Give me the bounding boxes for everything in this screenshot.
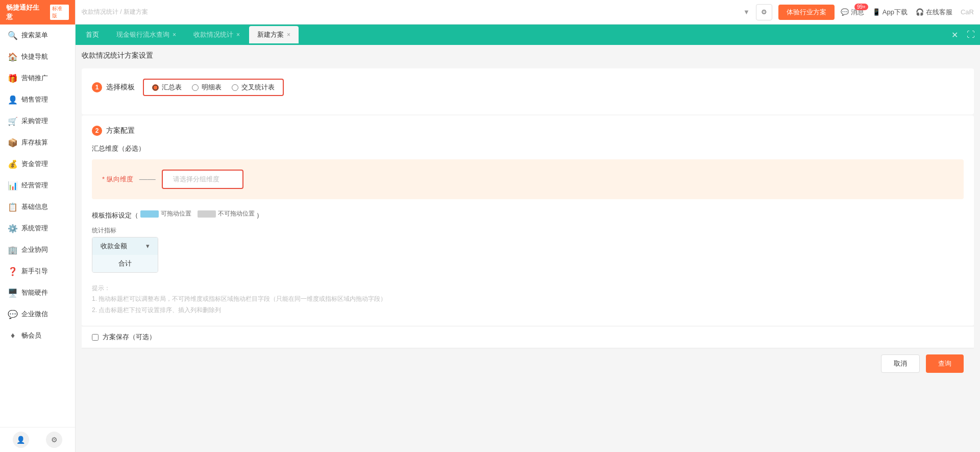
sidebar-item-search-menu[interactable]: 🔍 搜索菜单: [0, 25, 75, 46]
metrics-label-row: 模板指标设定（ 可拖动位置 不可拖动位置 ）: [92, 209, 964, 220]
sidebar-item-quick-nav[interactable]: 🏠 快捷导航: [0, 46, 75, 67]
metrics-column-header[interactable]: 收款金额 ▾: [92, 237, 158, 255]
metrics-table-container: 统计指标 收款金额 ▾ 合计: [92, 226, 964, 273]
basic-info-icon: 📋: [8, 202, 17, 211]
topbar-dropdown[interactable]: ▼: [743, 8, 750, 16]
dimension-arrow: ——: [139, 175, 156, 184]
tips-title: 提示：: [92, 284, 110, 292]
tab-home[interactable]: 首页: [78, 26, 107, 43]
radio-detail-label: 明细表: [202, 83, 222, 92]
tab-new-plan-close[interactable]: ×: [287, 31, 290, 38]
topbar-gear[interactable]: ⚙: [756, 4, 772, 20]
inventory-icon: 📦: [8, 138, 17, 147]
sidebar-item-member[interactable]: ♦ 畅会员: [0, 325, 75, 346]
sidebar-item-label: 采购管理: [21, 116, 48, 126]
topbar-breadcrumb: 收款情况统计 / 新建方案: [82, 8, 737, 16]
sidebar-item-label: 企业微信: [21, 310, 48, 319]
sidebar-item-label: 企业协同: [21, 245, 48, 254]
sidebar-item-guide[interactable]: ❓ 新手引导: [0, 260, 75, 282]
tip2: 2. 点击标题栏下拉可设置排序、插入列和删除列: [92, 306, 221, 314]
sidebar-item-hardware[interactable]: 🖥️ 智能硬件: [0, 282, 75, 303]
finance-icon: 💰: [8, 159, 17, 169]
metrics-label: 模板指标设定（ 可拖动位置 不可拖动位置 ）: [92, 209, 263, 220]
save-section: 方案保存（可选）: [82, 326, 974, 348]
step1-card: 1 选择模板 汇总表 明细表 交叉统计表: [82, 68, 974, 114]
service-label: 在线客服: [926, 8, 952, 17]
operation-icon: 📊: [8, 181, 17, 190]
sidebar-item-wechat[interactable]: 💬 企业微信: [0, 303, 75, 325]
tabbar: 首页 现金银行流水查询 × 收款情况统计 × 新建方案 × ✕ ⛶: [76, 25, 980, 45]
tab-receipt-stats-close[interactable]: ×: [236, 31, 240, 38]
download-icon: 📱: [872, 8, 880, 16]
metrics-section: 模板指标设定（ 可拖动位置 不可拖动位置 ） 统计指标: [92, 209, 964, 316]
tab-new-plan[interactable]: 新建方案 ×: [249, 26, 299, 43]
sidebar-item-finance[interactable]: 💰 资金管理: [0, 153, 75, 175]
radio-cross[interactable]: 交叉统计表: [232, 83, 275, 92]
stats-label: 统计指标: [92, 226, 158, 235]
marketing-icon: 🎁: [8, 74, 17, 83]
radio-detail[interactable]: 明细表: [192, 83, 222, 92]
draggable-hint-box: [140, 210, 159, 218]
sidebar-item-system[interactable]: ⚙️ 系统管理: [0, 218, 75, 239]
dimension-select[interactable]: 请选择分组维度: [162, 170, 243, 189]
sidebar-bottom-icon1[interactable]: 👤: [13, 432, 29, 448]
tab-receipt-stats-label: 收款情况统计: [193, 30, 233, 39]
tab-new-plan-label: 新建方案: [257, 30, 284, 39]
save-checkbox[interactable]: [92, 334, 99, 341]
sidebar-item-purchase[interactable]: 🛒 采购管理: [0, 110, 75, 132]
sidebar-bottom: 👤 ⚙: [0, 427, 75, 452]
footer: 取消 查询: [82, 348, 974, 379]
cancel-button[interactable]: 取消: [881, 354, 920, 373]
tab-bank-flow-close[interactable]: ×: [173, 31, 176, 38]
tab-receipt-stats[interactable]: 收款情况统计 ×: [185, 26, 248, 43]
sidebar-item-label: 经营管理: [21, 181, 48, 190]
sidebar-item-label: 库存核算: [21, 138, 48, 147]
radio-detail-input[interactable]: [192, 84, 199, 91]
template-radio-group: 汇总表 明细表 交叉统计表: [143, 79, 284, 96]
trial-btn[interactable]: 体验行业方案: [778, 5, 835, 20]
tab-bank-flow[interactable]: 现金银行流水查询 ×: [108, 26, 184, 43]
username: CaR: [961, 8, 974, 16]
purchase-icon: 🛒: [8, 116, 17, 126]
sidebar-item-basic-info[interactable]: 📋 基础信息: [0, 196, 75, 218]
metrics-column-body: 合计: [92, 255, 158, 272]
tab-close-all-icon[interactable]: ✕: [947, 28, 962, 42]
query-button[interactable]: 查询: [926, 354, 964, 373]
sidebar-item-label: 资金管理: [21, 159, 48, 169]
download-button[interactable]: 📱 App下载: [872, 8, 908, 17]
radio-cross-label: 交叉统计表: [241, 83, 275, 92]
sidebar-item-operation[interactable]: 📊 经营管理: [0, 175, 75, 196]
member-icon: ♦: [8, 331, 17, 340]
sidebar-item-label: 基础信息: [21, 202, 48, 211]
sidebar-item-marketing[interactable]: 🎁 营销推广: [0, 67, 75, 89]
radio-summary[interactable]: 汇总表: [152, 83, 182, 92]
message-button[interactable]: 💬 消息 99+: [841, 8, 864, 17]
step2-number: 2: [92, 126, 102, 136]
dimension-section-title: 汇总维度（必选）: [92, 144, 964, 153]
step1-header: 1 选择模板 汇总表 明细表 交叉统计表: [92, 79, 964, 96]
radio-summary-label: 汇总表: [162, 83, 182, 92]
breadcrumb-text: 收款情况统计 / 新建方案: [82, 8, 148, 16]
tabbar-right: ✕ ⛶: [947, 28, 978, 42]
sidebar-item-sales[interactable]: 👤 销售管理: [0, 89, 75, 110]
page-title: 收款情况统计方案设置: [82, 51, 974, 60]
radio-summary-input[interactable]: [152, 84, 159, 91]
step2-header: 2 方案配置: [92, 126, 964, 136]
dimension-area: * 纵向维度 —— 请选择分组维度: [92, 159, 964, 199]
radio-cross-input[interactable]: [232, 84, 238, 91]
metrics-dropdown-icon[interactable]: ▾: [146, 242, 150, 250]
sidebar-bottom-icon2[interactable]: ⚙: [46, 432, 62, 448]
service-button[interactable]: 🎧 在线客服: [916, 8, 952, 17]
tab-maximize-icon[interactable]: ⛶: [964, 28, 978, 42]
logo-text: 畅捷通好生意: [6, 3, 45, 21]
sidebar-item-label: 快捷导航: [21, 52, 48, 61]
search-menu-icon: 🔍: [8, 31, 17, 40]
sidebar-item-label: 新手引导: [21, 267, 48, 276]
step1-label: 选择模板: [106, 83, 135, 92]
sidebar-item-enterprise[interactable]: 🏢 企业协同: [0, 239, 75, 260]
message-badge: 99+: [854, 4, 868, 10]
sidebar-item-label: 畅会员: [21, 331, 41, 340]
service-icon: 🎧: [916, 8, 924, 16]
sidebar-item-inventory[interactable]: 📦 库存核算: [0, 132, 75, 153]
tab-home-label: 首页: [86, 30, 99, 39]
